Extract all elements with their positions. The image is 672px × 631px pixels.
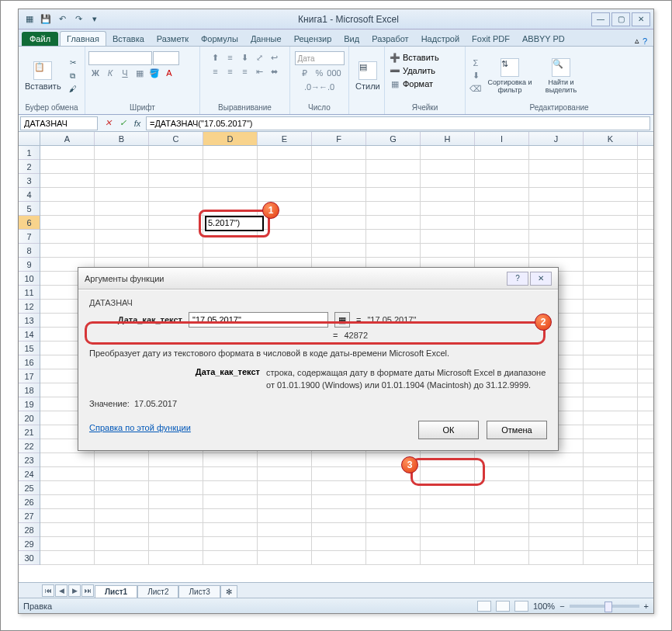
cell[interactable] xyxy=(584,453,638,466)
cell[interactable] xyxy=(258,467,312,480)
cell[interactable] xyxy=(529,230,584,243)
cell[interactable] xyxy=(421,230,475,243)
row-header[interactable]: 16 xyxy=(19,355,40,369)
col-header[interactable]: B xyxy=(95,132,149,145)
sheet-nav-last[interactable]: ⏭ xyxy=(81,584,94,597)
font-combo[interactable] xyxy=(88,51,152,65)
cell[interactable] xyxy=(584,328,638,341)
cell[interactable] xyxy=(475,551,529,564)
help-icon[interactable]: ? xyxy=(643,36,647,46)
col-header[interactable]: G xyxy=(366,132,421,145)
row-header[interactable]: 20 xyxy=(19,411,40,425)
cell[interactable] xyxy=(258,230,312,243)
sheet-tab[interactable]: Лист2 xyxy=(137,585,178,598)
new-sheet-button[interactable]: ✻ xyxy=(220,585,237,598)
row-header[interactable]: 4 xyxy=(19,188,40,202)
col-header[interactable]: E xyxy=(258,132,312,145)
cut-icon[interactable]: ✂ xyxy=(66,57,80,69)
cell[interactable] xyxy=(366,188,421,201)
cell[interactable] xyxy=(312,481,366,494)
cell[interactable] xyxy=(40,509,95,522)
save-icon[interactable]: 💾 xyxy=(38,12,54,27)
cell[interactable] xyxy=(258,523,312,536)
cell[interactable] xyxy=(258,188,312,201)
cell[interactable] xyxy=(475,230,529,243)
row-header[interactable]: 26 xyxy=(19,495,40,509)
dialog-close-button[interactable]: ✕ xyxy=(530,272,552,286)
cell[interactable] xyxy=(258,537,312,550)
cell[interactable] xyxy=(475,509,529,522)
col-header[interactable]: A xyxy=(40,132,95,145)
cell[interactable] xyxy=(584,495,638,508)
merge-icon[interactable]: ⬌ xyxy=(268,65,282,78)
cell[interactable] xyxy=(203,509,258,522)
cell[interactable] xyxy=(149,467,203,480)
cell[interactable] xyxy=(203,467,258,480)
qat-more-icon[interactable]: ▾ xyxy=(87,12,102,27)
row-header[interactable]: 30 xyxy=(19,551,40,565)
row-header[interactable]: 7 xyxy=(19,230,40,244)
maximize-button[interactable]: ▢ xyxy=(611,12,630,26)
row-header[interactable]: 28 xyxy=(19,523,40,537)
cell[interactable] xyxy=(258,509,312,522)
cell[interactable] xyxy=(40,160,95,173)
align-bottom-icon[interactable]: ⬇ xyxy=(238,51,252,64)
comma-icon[interactable]: 000 xyxy=(327,67,341,79)
tab-home[interactable]: Главная xyxy=(60,31,106,46)
cell[interactable] xyxy=(312,230,366,243)
col-header[interactable]: J xyxy=(529,132,584,145)
cell[interactable] xyxy=(95,481,149,494)
cell[interactable] xyxy=(475,202,529,215)
fontsize-combo[interactable] xyxy=(153,51,179,65)
row-header[interactable]: 1 xyxy=(19,146,40,160)
cell[interactable] xyxy=(40,230,95,243)
tab-formulas[interactable]: Формулы xyxy=(195,32,244,46)
cell[interactable] xyxy=(366,216,421,229)
cell[interactable] xyxy=(258,244,312,257)
cell[interactable] xyxy=(95,523,149,536)
tab-insert[interactable]: Вставка xyxy=(106,32,151,46)
format-painter-icon[interactable]: 🖌 xyxy=(66,83,80,95)
cell[interactable] xyxy=(584,188,638,201)
cell[interactable] xyxy=(258,160,312,173)
cell[interactable] xyxy=(366,202,421,215)
cell[interactable] xyxy=(95,146,149,159)
cell[interactable] xyxy=(584,300,638,313)
dec-decimal-icon[interactable]: ←.0 xyxy=(320,81,334,93)
cell[interactable] xyxy=(421,551,475,564)
find-select-button[interactable]: 🔍Найти и выделить xyxy=(537,57,585,95)
cell[interactable] xyxy=(95,453,149,466)
cell[interactable] xyxy=(529,537,584,550)
cell[interactable] xyxy=(95,244,149,257)
bold-button[interactable]: Ж xyxy=(88,67,102,79)
cell[interactable] xyxy=(40,481,95,494)
row-header[interactable]: 11 xyxy=(19,286,40,300)
cell[interactable] xyxy=(421,146,475,159)
zoom-slider[interactable] xyxy=(570,605,639,608)
cell[interactable] xyxy=(584,160,638,173)
cell[interactable] xyxy=(584,439,638,452)
row-header[interactable]: 3 xyxy=(19,174,40,188)
cell[interactable] xyxy=(258,146,312,159)
cell[interactable] xyxy=(95,230,149,243)
cell[interactable] xyxy=(149,537,203,550)
cell[interactable] xyxy=(203,202,258,215)
cell[interactable] xyxy=(584,314,638,327)
cell[interactable] xyxy=(475,188,529,201)
row-header[interactable]: 10 xyxy=(19,272,40,286)
sheet-nav-first[interactable]: ⏮ xyxy=(42,584,54,597)
cell[interactable] xyxy=(366,244,421,257)
cell[interactable] xyxy=(203,230,258,243)
cell[interactable] xyxy=(312,244,366,257)
cell[interactable] xyxy=(95,188,149,201)
fill-icon[interactable]: ⬇ xyxy=(469,70,483,82)
row-header[interactable]: 29 xyxy=(19,537,40,551)
cell[interactable] xyxy=(95,551,149,564)
cell[interactable] xyxy=(366,174,421,187)
cell[interactable] xyxy=(312,495,366,508)
cell[interactable] xyxy=(40,244,95,257)
cell[interactable] xyxy=(203,551,258,564)
cell[interactable] xyxy=(40,495,95,508)
cell[interactable] xyxy=(312,467,366,480)
cell[interactable] xyxy=(584,425,638,439)
